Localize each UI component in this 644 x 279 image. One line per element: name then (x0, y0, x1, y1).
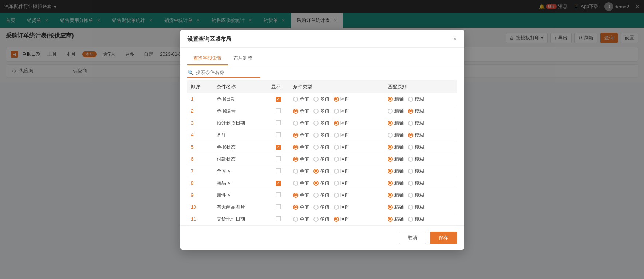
search-input-wrap: 🔍 (187, 70, 260, 78)
th-match: 匹配原则 (384, 80, 457, 83)
table-header-row: 顺序 条件名称 显示 条件类型 匹配原则 (187, 80, 457, 83)
search-input[interactable] (196, 70, 254, 75)
conditions-table: 顺序 条件名称 显示 条件类型 匹配原则 1单据日期单值多值区间精确模糊2单据编… (187, 80, 457, 83)
th-order: 顺序 (187, 80, 213, 83)
tab-layout[interactable]: 布局调整 (228, 52, 258, 65)
modal-search-area: 🔍 (180, 65, 464, 80)
modal-overlay: 设置查询区域布局 × 查询字段设置 布局调整 🔍 顺序 (0, 0, 644, 82)
modal-tab-bar: 查询字段设置 布局调整 (180, 48, 464, 65)
th-display: 显示 (268, 80, 289, 83)
modal-table-wrapper: 顺序 条件名称 显示 条件类型 匹配原则 1单据日期单值多值区间精确模糊2单据编… (180, 80, 464, 83)
th-type: 条件类型 (289, 80, 384, 83)
th-name: 条件名称 (213, 80, 268, 83)
modal-title: 设置查询区域布局 (187, 36, 231, 43)
modal-header: 设置查询区域布局 × (180, 30, 464, 48)
tab-query-fields[interactable]: 查询字段设置 (187, 52, 228, 65)
modal-close-btn[interactable]: × (453, 35, 457, 43)
search-icon: 🔍 (187, 70, 194, 75)
settings-modal: 设置查询区域布局 × 查询字段设置 布局调整 🔍 顺序 (180, 30, 464, 83)
